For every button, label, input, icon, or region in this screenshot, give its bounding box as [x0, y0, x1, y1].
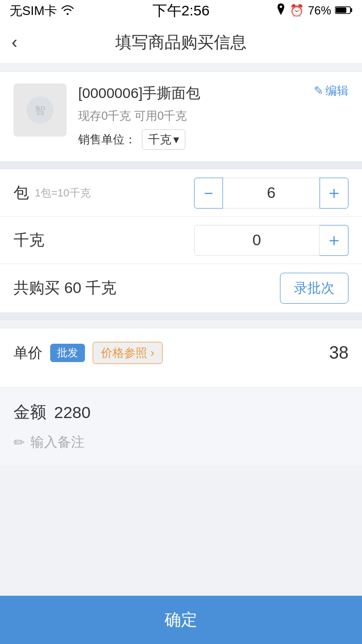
svg-text:智: 智 — [35, 104, 45, 116]
kg-qty-input[interactable] — [194, 225, 320, 256]
section-separator-1 — [0, 162, 362, 169]
bao-minus-button[interactable]: － — [194, 178, 223, 209]
status-left: 无SIM卡 — [10, 2, 74, 19]
batch-button[interactable]: 录批次 — [280, 273, 348, 304]
status-right: ⏰ 76% — [276, 3, 352, 18]
amount-section: 金额 2280 ✏ 输入备注 — [0, 388, 362, 465]
svg-rect-2 — [336, 8, 347, 13]
page-title: 填写商品购买信息 — [115, 31, 247, 54]
kg-plus-button[interactable]: ＋ — [320, 225, 348, 256]
price-label: 单价 — [14, 343, 42, 363]
amount-row: 金额 2280 — [14, 401, 348, 423]
amount-label: 金额 — [14, 401, 46, 423]
alarm-icon: ⏰ — [290, 4, 304, 17]
confirm-button-wrapper[interactable]: 确定 — [0, 596, 362, 644]
bottom-space — [0, 465, 362, 610]
kg-controls: ＋ — [194, 225, 348, 256]
wifi-icon — [61, 3, 74, 18]
svg-rect-1 — [351, 8, 352, 12]
remark-icon: ✏ — [14, 434, 25, 450]
product-info: [0000006]手撕面包 现存0千克 可用0千克 销售单位： 千克 ▾ — [78, 84, 348, 150]
battery-text: 76% — [308, 4, 331, 17]
product-card-wrapper: 智 [0000006]手撕面包 现存0千克 可用0千克 销售单位： 千克 ▾ ✎… — [0, 71, 362, 162]
unit-label: 销售单位： — [78, 132, 136, 147]
edit-icon: ✎ — [314, 84, 323, 98]
back-button[interactable]: ‹ — [12, 32, 17, 53]
price-section: 单价 批发 价格参照 › 38 — [0, 328, 362, 388]
carrier-text: 无SIM卡 — [10, 2, 57, 19]
kg-text: 千克 — [14, 230, 44, 251]
bao-hint: 1包=10千克 — [35, 186, 91, 200]
price-value: 38 — [329, 343, 348, 363]
bao-qty-input[interactable] — [223, 178, 320, 209]
section-separator-2 — [0, 312, 362, 320]
bao-text: 包 — [14, 182, 29, 204]
remark-row[interactable]: ✏ 输入备注 — [14, 433, 348, 451]
edit-label: 编辑 — [325, 83, 348, 98]
unit-value: 千克 — [148, 132, 171, 147]
price-tag: 批发 — [50, 344, 85, 362]
confirm-button-label: 确定 — [165, 609, 197, 631]
remark-placeholder: 输入备注 — [30, 433, 84, 451]
kg-input-row: 千克 ＋ — [0, 217, 362, 264]
price-ref-button[interactable]: 价格参照 › — [93, 342, 163, 364]
location-icon — [276, 3, 286, 18]
bao-plus-button[interactable]: ＋ — [320, 178, 348, 209]
product-name: [0000006]手撕面包 — [78, 84, 348, 103]
nav-bar: ‹ 填写商品购买信息 — [0, 21, 362, 64]
input-section: 包 1包=10千克 － ＋ 千克 ＋ — [0, 169, 362, 264]
product-thumbnail: 智 — [14, 84, 67, 137]
total-row: 共购买 60 千克 录批次 — [0, 264, 362, 312]
amount-value: 2280 — [54, 403, 91, 422]
price-row: 单价 批发 价格参照 › 38 — [14, 342, 348, 364]
edit-button[interactable]: ✎ 编辑 — [314, 83, 348, 98]
kg-label: 千克 — [14, 230, 71, 251]
time-text: 下午2:56 — [153, 1, 209, 21]
unit-dropdown-icon: ▾ — [173, 133, 179, 146]
bao-controls: － ＋ — [194, 178, 348, 209]
unit-select[interactable]: 千克 ▾ — [142, 129, 185, 150]
product-stock: 现存0千克 可用0千克 — [78, 108, 348, 124]
product-unit-row: 销售单位： 千克 ▾ — [78, 129, 348, 150]
total-text: 共购买 60 千克 — [14, 278, 116, 299]
bao-label: 包 1包=10千克 — [14, 182, 91, 204]
product-card: 智 [0000006]手撕面包 现存0千克 可用0千克 销售单位： 千克 ▾ ✎… — [0, 71, 362, 162]
battery-icon — [335, 4, 352, 17]
bao-input-row: 包 1包=10千克 － ＋ — [0, 169, 362, 217]
status-bar: 无SIM卡 下午2:56 ⏰ 76% — [0, 0, 362, 21]
